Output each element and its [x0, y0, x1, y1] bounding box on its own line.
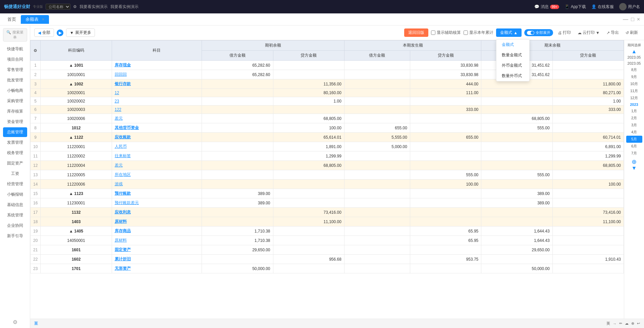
period-7[interactable]: 7月: [626, 150, 642, 157]
period-1[interactable]: 1月: [626, 108, 642, 115]
expand-more-button[interactable]: ▼ 展开更多: [66, 28, 95, 37]
online-service-group[interactable]: 👤 在线客服: [591, 4, 614, 10]
row-subject[interactable]: 应收利息: [112, 208, 202, 217]
message-group[interactable]: 💬 消息 99+: [534, 4, 559, 10]
cloud-icon[interactable]: ☁: [625, 321, 629, 326]
row-code: 1701: [41, 264, 112, 273]
row-ob-debit: [202, 106, 273, 114]
period-12[interactable]: 12月: [626, 94, 642, 102]
row-cur-credit: [410, 142, 481, 151]
sidebar-settings-icon[interactable]: ⚙: [13, 319, 17, 325]
window-close-button[interactable]: — □ ×: [623, 16, 640, 22]
sidebar-item-tax[interactable]: 税务管理: [3, 148, 27, 158]
period-2023-05-prev2[interactable]: 2023.05: [626, 60, 642, 66]
sidebar-item-ecommerce[interactable]: 小畅电商: [3, 86, 27, 95]
export-button[interactable]: ↗ 导出: [604, 29, 621, 37]
row-subject[interactable]: 其他货币资金: [112, 123, 202, 133]
row-ob-credit: [273, 170, 344, 180]
th-settings[interactable]: ⚙: [31, 41, 41, 61]
row-cb-debit: 1,644.43: [481, 236, 552, 245]
period-4[interactable]: 4月: [626, 129, 642, 136]
row-subject[interactable]: 应收账款: [112, 133, 202, 142]
period-6[interactable]: 6月: [626, 143, 642, 150]
sidebar-item-quick-nav[interactable]: 快捷导航: [3, 44, 27, 54]
sidebar-item-basic[interactable]: 基础信息: [3, 200, 27, 210]
period-down-icon[interactable]: ▼: [632, 166, 637, 171]
row-cur-debit: [344, 97, 410, 106]
row-subject[interactable]: 库存商品: [112, 226, 202, 236]
amount-mode-button[interactable]: 金额式 ▲: [496, 28, 522, 37]
sidebar-item-ledger[interactable]: 总账管理: [3, 127, 27, 137]
user-group[interactable]: 用户名: [619, 3, 640, 10]
sidebar-item-project[interactable]: 项目合同: [3, 55, 27, 64]
sidebar-item-coop[interactable]: 企业协同: [3, 221, 27, 231]
row-ob-debit: [202, 255, 273, 264]
filter-arrow-button[interactable]: ▶: [57, 29, 63, 36]
refresh-button[interactable]: ↺ 刷新: [624, 29, 640, 37]
company-selector[interactable]: 公司名称: [46, 4, 70, 10]
ytd-checkbox[interactable]: [464, 30, 468, 35]
window-min-icon[interactable]: —: [623, 16, 628, 22]
sidebar-item-retail[interactable]: 零售管理: [3, 65, 27, 75]
lang-switch[interactable]: 英: [606, 321, 610, 326]
top-bar-right: 💬 消息 99+ 📱 App下载 👤 在线客服 用户名: [534, 3, 640, 10]
row-subject[interactable]: 原材料: [112, 217, 202, 226]
app-download-group[interactable]: 📱 App下载: [565, 4, 586, 10]
sidebar-item-finance[interactable]: 资金管理: [3, 117, 27, 127]
cloud-print-button[interactable]: ☁ 云打印 ▼: [576, 29, 602, 37]
search-menu[interactable]: 🔍 搜索菜单: [3, 28, 27, 42]
period-year-2023[interactable]: 2023: [626, 102, 642, 108]
window-close-icon[interactable]: ×: [637, 16, 640, 22]
expand-all-toggle[interactable]: 全部展开: [524, 29, 553, 36]
edit-icon[interactable]: ✏: [619, 321, 622, 326]
window-max-icon[interactable]: □: [631, 16, 634, 22]
settings-icon[interactable]: ⚙: [73, 4, 77, 9]
row-subject[interactable]: 累计折旧: [112, 255, 202, 264]
row-ob-credit: 1,299.99: [273, 151, 344, 161]
helper-checkbox[interactable]: [431, 30, 435, 35]
period-3[interactable]: 3月: [626, 122, 642, 129]
row-cb-credit: 11,800.00: [552, 79, 624, 89]
row-subject[interactable]: 预付账款: [112, 189, 202, 198]
sidebar-item-invoice[interactable]: 发票管理: [3, 138, 27, 147]
sidebar-item-reports[interactable]: 小畅报销: [3, 190, 27, 199]
period-2023-05-prev[interactable]: 2023.05: [626, 54, 642, 60]
period-10[interactable]: 10月: [626, 80, 642, 87]
sidebar-item-system[interactable]: 系统管理: [3, 210, 27, 220]
period-expand-icon[interactable]: ⊕: [632, 158, 637, 166]
demo-link[interactable]: 我要看实例演示: [79, 4, 108, 10]
row-subject[interactable]: 银行存款: [112, 79, 202, 89]
tab-home[interactable]: 首页: [4, 15, 19, 24]
sidebar-item-salary[interactable]: 工资: [3, 169, 27, 179]
period-2[interactable]: 2月: [626, 115, 642, 122]
sidebar-item-operations[interactable]: 经营管理: [3, 179, 27, 189]
all-filter-button[interactable]: ◀ 全部: [34, 28, 54, 37]
row-subject[interactable]: 库存现金: [112, 61, 202, 70]
period-9[interactable]: 9月: [626, 73, 642, 80]
sidebar-item-assets[interactable]: 固定资产: [3, 158, 27, 168]
period-8[interactable]: 8月: [626, 66, 642, 73]
period-up-icon[interactable]: ▲: [632, 49, 637, 54]
sidebar-item-wholesale[interactable]: 批发管理: [3, 75, 27, 85]
tab-balance-sheet[interactable]: 余额表 ×: [21, 15, 49, 24]
row-ob-credit: 65,614.01: [273, 133, 344, 142]
tab-close-icon[interactable]: ×: [42, 17, 45, 22]
dropdown-item-foreign-amount[interactable]: 外币金额式: [496, 60, 529, 71]
period-11[interactable]: 11月: [626, 87, 642, 94]
row-subject[interactable]: 固定资产: [112, 245, 202, 255]
sidebar-item-guide[interactable]: 新手引导: [3, 231, 27, 241]
dropdown-item-qty-amount[interactable]: 数量金额式: [496, 50, 529, 60]
return-old-button[interactable]: 退回旧版: [404, 28, 428, 37]
sidebar-item-purchase[interactable]: 采购管理: [3, 96, 27, 106]
row-cb-credit: 6,891.00: [552, 142, 624, 151]
row-cb-debit: 389.00: [481, 189, 552, 198]
print-button[interactable]: 🖨 打印: [556, 29, 573, 37]
back-icon[interactable]: ↩: [637, 321, 640, 326]
add-icon[interactable]: ⊕: [631, 321, 634, 326]
row-number: 2: [31, 70, 41, 79]
row-subject[interactable]: 无形资产: [112, 264, 202, 273]
period-5[interactable]: 5月: [626, 136, 642, 143]
sidebar-item-inventory[interactable]: 库存核算: [3, 107, 27, 116]
dropdown-item-qty-foreign[interactable]: 数量外币式: [496, 71, 529, 81]
dropdown-item-amount[interactable]: 金额式: [496, 40, 529, 50]
